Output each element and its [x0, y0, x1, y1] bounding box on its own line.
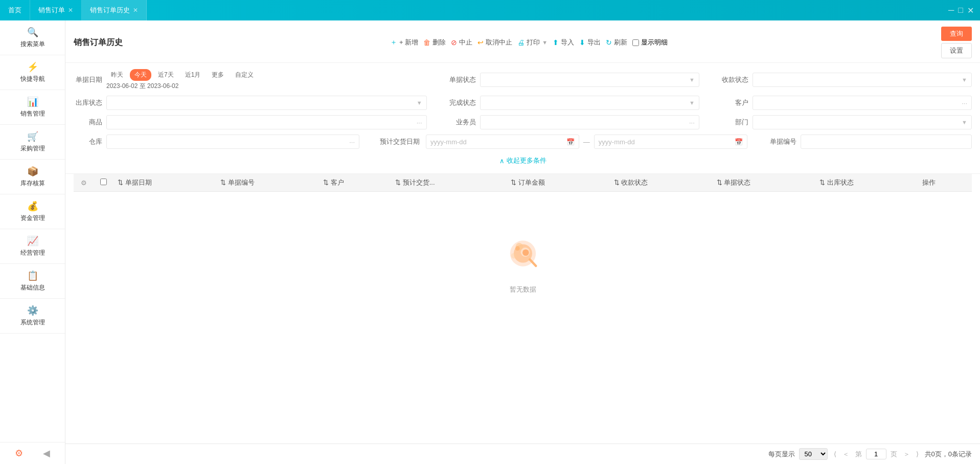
refresh-button[interactable]: ↻ 刷新 [606, 38, 627, 47]
sidebar-bottom: ⚙ ◀ [0, 442, 65, 464]
tab-home[interactable]: 首页 [0, 0, 30, 20]
export-button[interactable]: ⬇ 导出 [579, 38, 601, 47]
payment-select[interactable]: ▼ [753, 73, 972, 87]
filter-date-item: 单据日期 昨天 今天 近7天 近1月 更多 自定义 2023-06-02 至 2… [74, 69, 427, 91]
delivery-to[interactable]: yyyy-mm-dd 📅 [594, 135, 747, 149]
toolbar: ＋ + 新增 🗑 删除 ⊘ 中止 ↩ 取消中止 🖨 打印 [390, 38, 668, 47]
sidebar-item-quicknav[interactable]: ⚡ 快捷导航 [0, 55, 65, 90]
sales-dots-icon: ··· [689, 119, 695, 126]
table-settings-icon[interactable]: ⚙ [81, 179, 87, 187]
filter-area: 单据日期 昨天 今天 近7天 近1月 更多 自定义 2023-06-02 至 2… [65, 63, 980, 174]
delivery-label: 预计交货日期 [380, 137, 420, 146]
empty-illustration [500, 233, 546, 279]
export-icon: ⬇ [579, 38, 585, 47]
calendar-to-icon: 📅 [735, 138, 743, 146]
col-out-sort-icon[interactable]: ⇅ [819, 179, 825, 186]
sidebar-item-finance[interactable]: 💰 资金管理 [0, 194, 65, 229]
tab-close-sales-order[interactable]: ✕ [68, 7, 73, 14]
col-customer: ⇅ 客户 [318, 174, 390, 192]
warehouse-out-select[interactable]: ▼ [106, 96, 427, 110]
col-customer-sort-icon[interactable]: ⇅ [323, 179, 329, 186]
settings-col-header: ⚙ [74, 174, 94, 192]
sidebar-item-system[interactable]: ⚙️ 系统管理 [0, 299, 65, 334]
empty-text: 暂无数据 [510, 285, 536, 294]
docno-input[interactable] [801, 135, 972, 149]
show-detail-checkbox[interactable]: 显示明细 [632, 38, 668, 47]
col-no: ⇅ 单据编号 [215, 174, 318, 192]
print-button[interactable]: 🖨 打印 ▼ [517, 38, 548, 47]
delete-button[interactable]: 🗑 删除 [423, 38, 446, 47]
date-btn-1month[interactable]: 近1月 [180, 69, 206, 81]
goods-select[interactable]: ··· [106, 115, 427, 129]
customer-select[interactable]: ··· [753, 96, 972, 110]
date-btn-today[interactable]: 今天 [130, 69, 151, 81]
filter-warehouse-out-item: 出库状态 ▼ [74, 96, 427, 110]
complete-select[interactable]: ▼ [480, 96, 699, 110]
col-no-sort-icon[interactable]: ⇅ [220, 179, 226, 186]
col-date-sort-icon[interactable]: ⇅ [118, 179, 123, 186]
col-amount-sort-icon[interactable]: ⇅ [511, 179, 516, 186]
col-payment-sort-icon[interactable]: ⇅ [614, 179, 620, 186]
set-button[interactable]: 设置 [941, 43, 972, 58]
close-window-icon[interactable]: ✕ [967, 6, 974, 15]
show-detail-input[interactable] [632, 39, 639, 46]
sidebar-item-sales[interactable]: 📊 销售管理 [0, 90, 65, 125]
sidebar-label-system: 系统管理 [20, 318, 45, 327]
cancel-stop-button[interactable]: ↩ 取消中止 [477, 38, 512, 47]
tab-sales-order[interactable]: 销售订单 ✕ [30, 0, 82, 20]
sidebar-item-basic-info[interactable]: 📋 基础信息 [0, 264, 65, 299]
maximize-icon[interactable]: □ [958, 6, 963, 15]
sidebar-item-search[interactable]: 🔍 搜索菜单 [0, 20, 65, 55]
tab-sales-order-history[interactable]: 销售订单历史 ✕ [82, 0, 147, 20]
date-btn-yesterday[interactable]: 昨天 [106, 69, 128, 81]
sales-select[interactable]: ··· [480, 115, 699, 129]
date-btn-more[interactable]: 更多 [207, 69, 229, 81]
filter-customer-item: 客户 ··· [720, 96, 972, 110]
stop-button[interactable]: ⊘ 中止 [451, 38, 472, 47]
collapse-button[interactable]: ∧ 收起更多条件 [74, 154, 972, 167]
date-btn-custom[interactable]: 自定义 [231, 69, 258, 81]
delivery-from[interactable]: yyyy-mm-dd 📅 [426, 135, 579, 149]
dept-select[interactable]: ▼ [753, 115, 972, 129]
nav-prev-icon[interactable]: ＜ [840, 449, 851, 460]
query-button[interactable]: 查询 [941, 27, 972, 41]
sidebar-label-search: 搜索菜单 [20, 40, 45, 49]
new-button[interactable]: ＋ + 新增 [390, 38, 418, 47]
print-arrow-icon: ▼ [542, 39, 548, 46]
sidebar-item-purchase[interactable]: 🛒 采购管理 [0, 125, 65, 160]
sales-label: 业务员 [447, 118, 476, 127]
col-delivery-sort-icon[interactable]: ⇅ [395, 179, 401, 186]
col-doc-sort-icon[interactable]: ⇅ [717, 179, 722, 186]
tab-close-history[interactable]: ✕ [133, 7, 138, 14]
warehouse-select[interactable]: ··· [106, 135, 359, 149]
customer-label: 客户 [720, 98, 748, 107]
status-label: 单据状态 [447, 75, 476, 84]
filter-delivery-item: 预计交货日期 yyyy-mm-dd 📅 — yyyy-mm-dd 📅 [380, 135, 747, 149]
docno-label: 单据编号 [768, 137, 796, 146]
page-prefix-label: 第 [853, 449, 864, 460]
per-page-select[interactable]: 50 100 200 [799, 448, 828, 460]
total-records: 共0页，0条记录 [925, 450, 972, 459]
select-all-checkbox[interactable] [100, 179, 107, 185]
nav-last-icon[interactable]: ⟩ [914, 449, 921, 459]
filter-status-item: 单据状态 ▼ [447, 73, 699, 87]
import-button[interactable]: ⬆ 导入 [553, 38, 574, 47]
customer-dots-icon: ··· [962, 99, 967, 107]
main-layout: 🔍 搜索菜单 ⚡ 快捷导航 📊 销售管理 🛒 采购管理 📦 库存核算 💰 资金管… [0, 20, 980, 464]
nav-first-icon[interactable]: ⟨ [832, 449, 838, 459]
page-number-input[interactable] [866, 449, 886, 459]
sidebar-collapse-icon[interactable]: ◀ [43, 448, 50, 459]
filter-sales-item: 业务员 ··· [447, 115, 699, 129]
sidebar-item-inventory[interactable]: 📦 库存核算 [0, 160, 65, 194]
nav-next-icon[interactable]: ＞ [901, 449, 912, 460]
status-select[interactable]: ▼ [480, 73, 699, 87]
minimize-icon[interactable]: ─ [948, 6, 954, 15]
warehouse-label: 仓库 [74, 137, 102, 146]
date-picker-section: 昨天 今天 近7天 近1月 更多 自定义 2023-06-02 至 2023-0… [106, 69, 427, 91]
calendar-from-icon: 📅 [566, 138, 575, 146]
date-btn-7days[interactable]: 近7天 [153, 69, 178, 81]
sidebar-settings-icon[interactable]: ⚙ [15, 448, 23, 459]
sidebar-item-operations[interactable]: 📈 经营管理 [0, 229, 65, 264]
sidebar: 🔍 搜索菜单 ⚡ 快捷导航 📊 销售管理 🛒 采购管理 📦 库存核算 💰 资金管… [0, 20, 65, 464]
col-amount: ⇅ 订单金额 [506, 174, 608, 192]
